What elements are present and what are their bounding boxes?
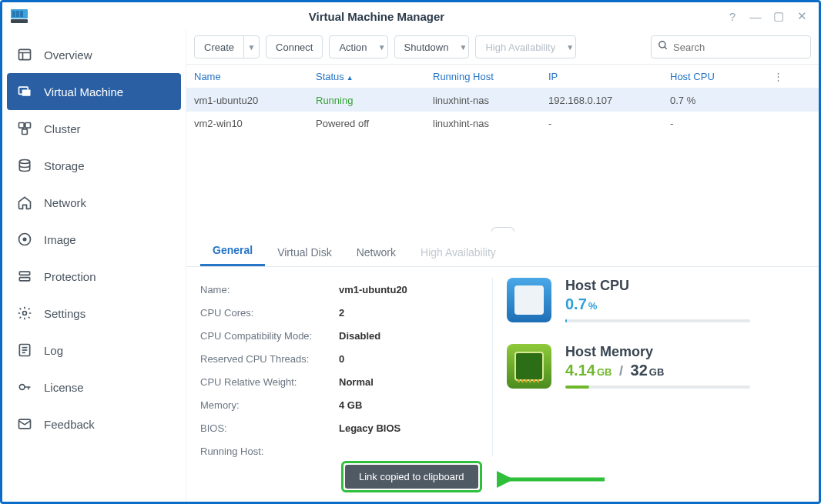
sidebar-item-log[interactable]: Log bbox=[2, 332, 186, 369]
svg-rect-9 bbox=[22, 90, 31, 96]
high-availability-button[interactable]: High Availability▼ bbox=[475, 35, 576, 58]
sidebar-item-feedback[interactable]: Feedback bbox=[2, 406, 186, 442]
chevron-down-icon: ▼ bbox=[457, 36, 468, 58]
th-name[interactable]: Name bbox=[194, 71, 316, 82]
storage-icon bbox=[16, 157, 33, 174]
sidebar-item-label: Network bbox=[44, 196, 86, 209]
svg-point-25 bbox=[659, 42, 665, 48]
svg-rect-12 bbox=[22, 129, 28, 135]
sidebar-item-label: Storage bbox=[44, 159, 85, 172]
toast-notification: Link copied to clipboard bbox=[345, 465, 478, 489]
sidebar-item-label: Protection bbox=[44, 270, 96, 283]
th-host-cpu[interactable]: Host CPU bbox=[670, 71, 770, 82]
search-icon bbox=[658, 40, 669, 54]
sidebar-item-license[interactable]: License bbox=[2, 369, 186, 406]
svg-rect-1 bbox=[12, 11, 15, 17]
chevron-down-icon: ▼ bbox=[377, 36, 387, 58]
th-status[interactable]: Status▲ bbox=[316, 71, 433, 82]
tab-virtual-disk[interactable]: Virtual Disk bbox=[265, 239, 344, 266]
gear-icon bbox=[16, 305, 33, 322]
tab-network[interactable]: Network bbox=[344, 239, 408, 266]
columns-menu-button[interactable]: ⋮ bbox=[770, 71, 786, 82]
stat-host-cpu: Host CPU 0.7% bbox=[507, 278, 805, 322]
sidebar-item-cluster[interactable]: Cluster bbox=[2, 110, 186, 147]
sidebar-item-overview[interactable]: Overview bbox=[2, 36, 186, 73]
memory-chip-icon bbox=[507, 344, 551, 389]
detail-properties: Name:vm1-ubuntu20 CPU Cores:2 CPU Compat… bbox=[200, 278, 493, 456]
window-title: Virtual Machine Manager bbox=[35, 10, 719, 23]
sidebar-item-label: Settings bbox=[44, 307, 85, 320]
tab-general[interactable]: General bbox=[200, 236, 265, 266]
cluster-icon bbox=[16, 120, 33, 137]
table-header: Name Status▲ Running Host IP Host CPU ⋮ bbox=[186, 64, 819, 88]
create-button[interactable]: Create▼ bbox=[194, 35, 260, 58]
sidebar-item-image[interactable]: Image bbox=[2, 221, 186, 258]
sidebar-item-label: Feedback bbox=[44, 418, 95, 431]
svg-rect-5 bbox=[19, 49, 31, 59]
svg-point-15 bbox=[23, 238, 27, 242]
sidebar-item-label: Image bbox=[44, 233, 76, 246]
svg-rect-11 bbox=[25, 123, 31, 129]
sort-asc-icon: ▲ bbox=[347, 74, 354, 82]
sidebar-item-label: Virtual Machine bbox=[44, 85, 123, 98]
th-running-host[interactable]: Running Host bbox=[433, 71, 548, 82]
annotation-highlight: Link copied to clipboard bbox=[341, 461, 482, 492]
svg-point-23 bbox=[19, 385, 25, 390]
svg-line-26 bbox=[665, 47, 667, 49]
svg-rect-2 bbox=[16, 11, 19, 17]
search-input[interactable] bbox=[673, 42, 804, 53]
detail-panel-resize-handle[interactable] bbox=[186, 227, 819, 236]
network-icon bbox=[16, 194, 33, 211]
overview-icon bbox=[16, 46, 33, 63]
vm-table: vm1-ubuntu20 Running linuxhint-nas 192.1… bbox=[186, 88, 819, 135]
help-button[interactable]: ? bbox=[723, 7, 742, 25]
sidebar-item-protection[interactable]: Protection bbox=[2, 258, 186, 295]
tab-high-availability[interactable]: High Availability bbox=[408, 239, 508, 266]
svg-rect-10 bbox=[19, 123, 25, 129]
sidebar-item-label: License bbox=[44, 381, 84, 394]
sidebar-item-storage[interactable]: Storage bbox=[2, 147, 186, 184]
sidebar-item-settings[interactable]: Settings bbox=[2, 295, 186, 332]
maximize-button[interactable]: ▢ bbox=[769, 7, 788, 25]
feedback-icon bbox=[16, 416, 33, 432]
cpu-chip-icon bbox=[507, 278, 551, 322]
sidebar-item-label: Log bbox=[44, 344, 63, 357]
close-button[interactable]: ✕ bbox=[793, 7, 811, 25]
svg-point-13 bbox=[19, 160, 29, 164]
th-ip[interactable]: IP bbox=[548, 71, 670, 82]
shutdown-button[interactable]: Shutdown▼ bbox=[394, 35, 470, 58]
table-row[interactable]: vm2-win10 Powered off linuxhint-nas - - bbox=[186, 112, 819, 135]
svg-rect-3 bbox=[20, 11, 23, 17]
chevron-down-icon[interactable]: ▼ bbox=[243, 36, 259, 58]
svg-rect-16 bbox=[19, 272, 29, 275]
app-icon bbox=[10, 8, 28, 24]
svg-point-18 bbox=[23, 312, 27, 315]
stat-host-memory: Host Memory 4.14GB / 32GB bbox=[507, 344, 805, 389]
action-button[interactable]: Action▼ bbox=[329, 35, 387, 58]
license-icon bbox=[16, 379, 33, 396]
sidebar-item-label: Cluster bbox=[44, 122, 81, 135]
svg-rect-4 bbox=[11, 19, 28, 23]
search-box[interactable] bbox=[651, 35, 811, 58]
vm-icon bbox=[16, 83, 33, 100]
sidebar-item-network[interactable]: Network bbox=[2, 184, 186, 221]
table-row[interactable]: vm1-ubuntu20 Running linuxhint-nas 192.1… bbox=[186, 88, 819, 112]
svg-rect-17 bbox=[19, 278, 29, 281]
protection-icon bbox=[16, 268, 33, 285]
connect-button[interactable]: Connect bbox=[266, 35, 323, 58]
log-icon bbox=[16, 342, 33, 359]
minimize-button[interactable]: — bbox=[746, 7, 765, 25]
sidebar-item-virtual-machine[interactable]: Virtual Machine bbox=[7, 73, 181, 110]
sidebar-item-label: Overview bbox=[44, 48, 92, 62]
chevron-down-icon: ▼ bbox=[565, 36, 575, 58]
sidebar: Overview Virtual Machine Cluster Storage… bbox=[2, 30, 186, 502]
toolbar: Create▼ Connect Action▼ Shutdown▼ High A… bbox=[186, 30, 819, 64]
image-icon bbox=[16, 231, 33, 248]
annotation-arrow bbox=[497, 466, 612, 496]
